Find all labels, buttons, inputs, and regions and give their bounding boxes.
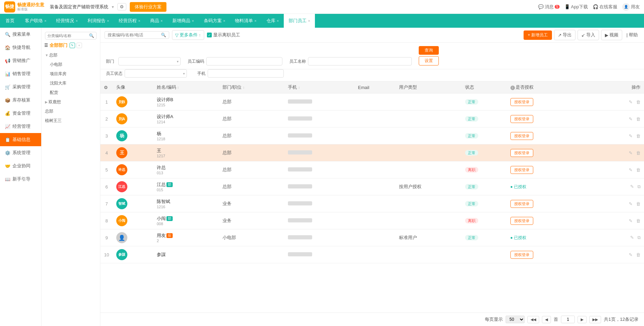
edit-icon[interactable]: ✎ xyxy=(630,235,634,240)
dept-node-zhishu[interactable]: 植树王三 xyxy=(42,116,100,125)
search-input[interactable] xyxy=(108,33,160,37)
first-page-btn[interactable]: ◀◀ xyxy=(527,316,539,323)
set-btn[interactable]: 设置 xyxy=(419,56,439,65)
tab-dept-staff[interactable]: 部门员工 × xyxy=(284,14,315,28)
emp-code-input[interactable] xyxy=(206,57,282,65)
import-btn[interactable]: ↙ 导入 xyxy=(578,30,599,40)
prev-page-btn[interactable]: ◀ xyxy=(542,316,551,323)
copy-icon[interactable]: ⧉ xyxy=(637,184,641,189)
message-btn[interactable]: 💬 消息 5 xyxy=(538,4,560,10)
sidebar-item-ops[interactable]: 📈 经营管理 xyxy=(0,120,41,133)
emp-name-input[interactable] xyxy=(308,57,412,65)
auth-btn[interactable]: 授权登录 xyxy=(510,200,533,208)
delete-icon[interactable]: 🗑 xyxy=(636,99,641,105)
tab-add-goods[interactable]: 新增商品 × xyxy=(167,14,199,28)
help-btn[interactable]: | 帮助 xyxy=(624,30,640,40)
status-badge: 正常 xyxy=(465,150,478,156)
phone-input[interactable] xyxy=(208,69,284,78)
delete-icon[interactable]: 🗑 xyxy=(636,167,641,173)
app-download-btn[interactable]: 📱 App下载 xyxy=(564,4,588,10)
tab-bom[interactable]: 物料清单 × xyxy=(230,14,261,28)
delete-icon[interactable]: 🗑 xyxy=(636,201,641,206)
per-page-select[interactable]: 50 100 xyxy=(506,316,525,323)
table-row: 3 杨 杨1218 总部 正常 授权登录 xyxy=(100,127,644,144)
dept-select[interactable] xyxy=(118,57,181,65)
sidebar-item-purchase[interactable]: 🛒 采购管理 xyxy=(0,80,41,94)
sidebar-item-collab[interactable]: 🤝 企业协同 xyxy=(0,159,41,173)
sidebar-item-guide[interactable]: 📖 新手引导 xyxy=(0,173,41,186)
edit-icon[interactable]: ✎ xyxy=(629,150,633,156)
user-menu[interactable]: 👤 用友 xyxy=(622,3,640,11)
emp-status-select[interactable] xyxy=(125,69,187,78)
tab-home[interactable]: 首页 xyxy=(0,14,20,28)
tab-goods[interactable]: 商品 × xyxy=(145,14,167,28)
dept-search-input[interactable] xyxy=(47,34,88,38)
delete-icon[interactable]: 🗑 xyxy=(636,150,641,156)
next-page-btn[interactable]: ▶ xyxy=(578,316,587,323)
online-service-btn[interactable]: 🎧 在线客服 xyxy=(593,4,617,10)
sidebar-item-marketing[interactable]: 📢 营销推广 xyxy=(0,54,41,67)
edit-icon[interactable]: ✎ xyxy=(629,201,633,206)
dept-edit-icon[interactable]: ✎ xyxy=(70,43,75,48)
tab-profit-report[interactable]: 利润报告 × xyxy=(83,14,114,28)
auth-btn[interactable]: 授权登录 xyxy=(510,166,533,174)
dropdown-btn[interactable]: ▾ xyxy=(112,5,114,9)
table-row: 8 小闯 小闯 部 008 业务 离职 xyxy=(100,212,644,229)
dept-node-project[interactable]: 项目库房 xyxy=(42,69,100,79)
query-btn[interactable]: 查询 xyxy=(419,46,439,55)
add-employee-btn[interactable]: + 新增员工 xyxy=(524,30,552,40)
edit-icon[interactable]: ✎ xyxy=(629,116,633,122)
edit-icon[interactable]: ✎ xyxy=(629,99,633,105)
dept-badge: 部 xyxy=(166,216,173,221)
avatar: 江总 xyxy=(116,181,127,192)
tab-barcode[interactable]: 条码方案 × xyxy=(199,14,230,28)
delete-icon[interactable]: 🗑 xyxy=(636,252,641,257)
sidebar-item-system[interactable]: ⚙️ 系统管理 xyxy=(0,146,41,159)
logo-sub: 标准版 xyxy=(17,7,44,11)
edit-icon[interactable]: ✎ xyxy=(629,218,633,223)
sidebar-item-quick-nav[interactable]: 🏠 快捷导航 xyxy=(0,41,41,54)
tab-warehouse[interactable]: 仓库 × xyxy=(262,14,284,28)
dept-badge: 部 xyxy=(166,182,173,187)
avatar: 刘A xyxy=(116,113,127,124)
page-input[interactable] xyxy=(561,316,575,323)
sidebar-item-inventory[interactable]: 📦 库存核算 xyxy=(0,94,41,107)
delete-icon[interactable]: 🗑 xyxy=(636,133,641,139)
dept-collapse-icon[interactable]: « xyxy=(76,43,82,48)
tab-ops-history[interactable]: 经营历程 × xyxy=(114,14,145,28)
sidebar-item-basic[interactable]: 📋 基础信息 xyxy=(0,133,41,146)
dept-node-zongbu-parent[interactable]: ▼ 总部 xyxy=(42,51,100,60)
show-resign-toggle[interactable]: ✓ 显示离职员工 xyxy=(207,32,240,38)
auth-btn[interactable]: 授权登录 xyxy=(510,149,533,157)
sidebar-item-sales[interactable]: 📊 销售管理 xyxy=(0,67,41,80)
dept-node-xiao-dian[interactable]: 小电部 xyxy=(42,60,100,69)
auth-btn[interactable]: 授权登录 xyxy=(510,251,533,259)
dept-node-peihuo[interactable]: 配货 xyxy=(42,88,100,97)
table-area: ⚙ 头像 姓名/编码 ↕ 部门/职位 ↕ 手机 ↕ Email 用户类型 状态 … xyxy=(100,81,644,312)
copy-icon[interactable]: ⧉ xyxy=(637,235,641,240)
edit-icon[interactable]: ✎ xyxy=(630,184,634,189)
sidebar-item-search[interactable]: 🔍 搜索菜单 xyxy=(0,28,41,41)
sidebar-item-finance[interactable]: 💰 资金管理 xyxy=(0,107,41,120)
dept-node-shuanglu[interactable]: ▶ 双鹿想 xyxy=(42,97,100,107)
export-btn[interactable]: ↗ 导出 xyxy=(554,30,575,40)
more-filter-btn[interactable]: ▽ 更多条件 ↑ xyxy=(172,30,204,40)
settings-col-icon[interactable]: ⚙ xyxy=(104,85,108,90)
edit-icon[interactable]: ✎ xyxy=(629,133,633,139)
dept-node-zongbu[interactable]: 总部 xyxy=(42,107,100,116)
delete-icon[interactable]: 🗑 xyxy=(636,116,641,122)
auth-btn[interactable]: 授权登录 xyxy=(510,98,533,106)
tab-ops-status[interactable]: 经营情况 × xyxy=(51,14,82,28)
exp-btn[interactable]: 体验行业方案 xyxy=(130,2,166,12)
last-page-btn[interactable]: ▶▶ xyxy=(589,316,601,323)
delete-icon[interactable]: 🗑 xyxy=(636,218,641,223)
auth-btn[interactable]: 授权登录 xyxy=(510,217,533,225)
auth-btn[interactable]: 授权登录 xyxy=(510,132,533,140)
edit-icon[interactable]: ✎ xyxy=(629,167,633,173)
tab-customer[interactable]: 客户联络 × xyxy=(20,14,51,28)
edit-icon[interactable]: ✎ xyxy=(629,252,633,257)
auth-btn[interactable]: 授权登录 xyxy=(510,115,533,123)
gear-btn[interactable]: ⚙ xyxy=(117,3,126,10)
view-btn[interactable]: ▶ 视频 xyxy=(601,30,622,40)
dept-node-shenyang[interactable]: 沈阳大库 xyxy=(42,79,100,88)
